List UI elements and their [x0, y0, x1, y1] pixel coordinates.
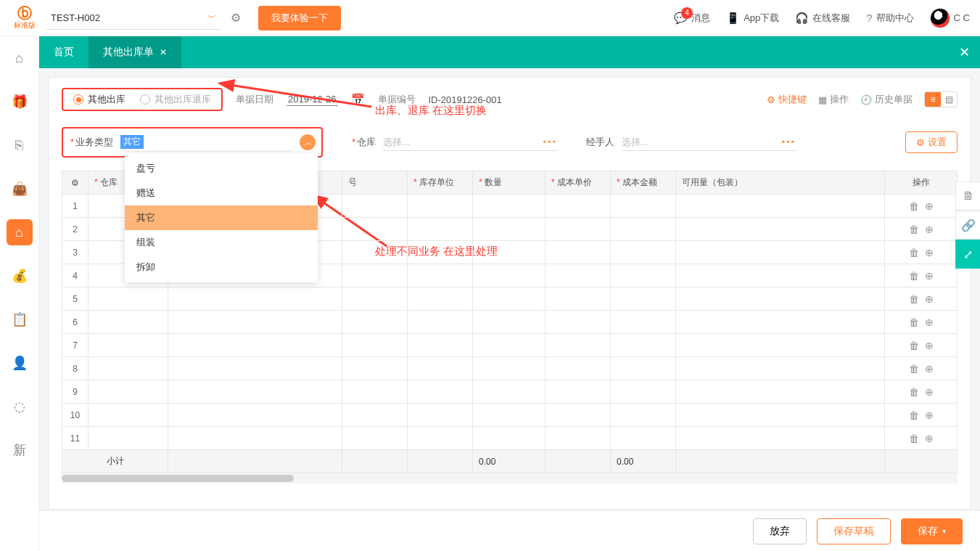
- close-icon[interactable]: ✕: [160, 47, 167, 57]
- nav-bag-icon[interactable]: 👜: [7, 176, 33, 202]
- radio-out[interactable]: 其他出库: [73, 93, 125, 106]
- shortcut-link[interactable]: ⚙快捷键: [767, 93, 807, 106]
- row-index: 3: [62, 241, 88, 264]
- delete-icon[interactable]: 🗑: [909, 363, 919, 375]
- add-icon[interactable]: ⊕: [925, 200, 934, 212]
- table-row[interactable]: 7🗑⊕: [62, 334, 958, 357]
- row-ops: 🗑⊕: [885, 427, 958, 450]
- view-list-icon[interactable]: ≡: [925, 92, 941, 107]
- add-icon[interactable]: ⊕: [925, 363, 934, 375]
- side-expand-icon[interactable]: ⤢: [955, 240, 980, 269]
- add-icon[interactable]: ⊕: [925, 340, 934, 351]
- gear-icon[interactable]: ⚙: [231, 11, 241, 25]
- delete-icon[interactable]: 🗑: [909, 386, 919, 398]
- biz-type-box: *业务类型 其它 ︿ 盘亏 赠送 其它 组装 拆卸: [62, 127, 323, 158]
- add-icon[interactable]: ⊕: [925, 386, 934, 398]
- view-card-icon[interactable]: ▤: [941, 92, 957, 107]
- tab-document[interactable]: 其他出库单 ✕: [88, 36, 181, 68]
- col-price: * 成本单价: [545, 171, 611, 195]
- tab-document-label: 其他出库单: [103, 46, 154, 59]
- delete-icon[interactable]: 🗑: [909, 270, 919, 282]
- delete-icon[interactable]: 🗑: [909, 409, 919, 421]
- option-zengsong[interactable]: 赠送: [125, 181, 318, 205]
- subtotal-label: 小计: [62, 450, 168, 473]
- support-label: 在线客服: [812, 12, 850, 25]
- nav-sync-icon[interactable]: ◌: [7, 393, 33, 420]
- history-link[interactable]: 🕘历史单据: [860, 93, 913, 106]
- trial-button[interactable]: 我要体验一下: [258, 6, 341, 30]
- top-bar: ⓑ 标准版 TEST-H002 ﹀ ⚙ 我要体验一下 💬 消息 4 📱 App下…: [0, 0, 980, 36]
- discard-button[interactable]: 放弃: [753, 518, 807, 544]
- nav-finance-icon[interactable]: 💰: [7, 263, 33, 289]
- user-name: C C: [954, 12, 970, 23]
- table-row[interactable]: 11🗑⊕: [62, 427, 958, 450]
- settings-button[interactable]: ⚙设置: [905, 131, 958, 153]
- date-field[interactable]: 2019-12-26: [287, 94, 338, 106]
- nav-inbox-icon[interactable]: ⎘: [7, 132, 33, 158]
- option-chaixie[interactable]: 拆卸: [125, 255, 318, 279]
- add-icon[interactable]: ⊕: [925, 247, 934, 258]
- add-icon[interactable]: ⊕: [925, 270, 934, 282]
- app-download-link[interactable]: 📱 App下载: [726, 12, 779, 25]
- add-icon[interactable]: ⊕: [925, 433, 934, 444]
- gear-column-icon[interactable]: ⚙: [62, 171, 88, 195]
- option-pankui[interactable]: 盘亏: [125, 156, 318, 181]
- delete-icon[interactable]: 🗑: [909, 224, 919, 235]
- delete-icon[interactable]: 🗑: [909, 317, 919, 328]
- nav-home-icon[interactable]: ⌂: [7, 45, 33, 71]
- nav-new-icon[interactable]: 新: [7, 437, 33, 463]
- col-avail: 可用量（包装）: [676, 171, 885, 195]
- biz-type-select[interactable]: 其它: [120, 133, 292, 152]
- add-icon[interactable]: ⊕: [925, 317, 934, 328]
- close-all-tabs[interactable]: ✕: [948, 36, 980, 68]
- nav-gift-icon[interactable]: 🎁: [7, 89, 33, 115]
- support-link[interactable]: 🎧 在线客服: [795, 12, 850, 25]
- warehouse-placeholder: 选择...: [383, 136, 410, 149]
- org-selector[interactable]: TEST-H002 ﹀: [46, 7, 221, 30]
- save-draft-button[interactable]: 保存草稿: [817, 518, 891, 544]
- operate-link[interactable]: ▦操作: [818, 93, 849, 106]
- delete-icon[interactable]: 🗑: [909, 200, 919, 212]
- docno-label: 单据编号: [378, 93, 416, 106]
- delete-icon[interactable]: 🗑: [909, 293, 919, 305]
- nav-clipboard-icon[interactable]: 📋: [7, 306, 33, 332]
- user-menu[interactable]: C C: [930, 8, 970, 28]
- radio-return-label: 其他出库退库: [155, 93, 211, 106]
- table-row[interactable]: 5🗑⊕: [62, 287, 958, 311]
- add-icon[interactable]: ⊕: [925, 224, 934, 235]
- tab-strip: 首页 其他出库单 ✕ ✕: [39, 36, 980, 68]
- add-icon[interactable]: ⊕: [925, 293, 934, 305]
- add-icon[interactable]: ⊕: [925, 409, 934, 421]
- table-row[interactable]: 10🗑⊕: [62, 404, 958, 427]
- radio-dot-icon: [140, 94, 150, 105]
- delete-icon[interactable]: 🗑: [909, 247, 919, 258]
- chevron-up-icon[interactable]: ︿: [300, 134, 316, 150]
- side-note-icon[interactable]: 🗎: [955, 181, 980, 211]
- warehouse-select[interactable]: 选择... •••: [383, 134, 557, 151]
- delete-icon[interactable]: 🗑: [909, 340, 919, 351]
- nav-warehouse-icon[interactable]: ⌂: [7, 219, 33, 245]
- row-ops: 🗑⊕: [885, 334, 958, 357]
- handler-select[interactable]: 选择... •••: [622, 134, 796, 151]
- messages-link[interactable]: 💬 消息 4: [674, 12, 710, 25]
- help-link[interactable]: ? 帮助中心: [866, 12, 913, 25]
- option-zuzhuang[interactable]: 组装: [125, 230, 318, 255]
- table-row[interactable]: 8🗑⊕: [62, 357, 958, 380]
- calendar-icon[interactable]: 📅: [351, 93, 365, 106]
- logo-label: 标准版: [14, 20, 36, 30]
- phone-icon: 📱: [726, 12, 740, 25]
- option-qita[interactable]: 其它: [125, 205, 318, 230]
- nav-profile-icon[interactable]: 👤: [7, 350, 33, 376]
- radio-dot-icon: [73, 94, 83, 105]
- subtotal-row: 小计 0.00 0.00: [62, 450, 958, 473]
- footer-bar: 放弃 保存草稿 保存▾: [39, 510, 980, 551]
- table-row[interactable]: 9🗑⊕: [62, 380, 958, 404]
- save-button[interactable]: 保存▾: [901, 518, 963, 544]
- delete-icon[interactable]: 🗑: [909, 433, 919, 444]
- tab-home[interactable]: 首页: [39, 36, 88, 68]
- scroll-thumb[interactable]: [62, 475, 294, 482]
- side-link-icon[interactable]: 🔗: [955, 211, 980, 240]
- radio-return[interactable]: 其他出库退库: [140, 93, 211, 106]
- horizontal-scrollbar[interactable]: [62, 473, 958, 483]
- table-row[interactable]: 6🗑⊕: [62, 311, 958, 334]
